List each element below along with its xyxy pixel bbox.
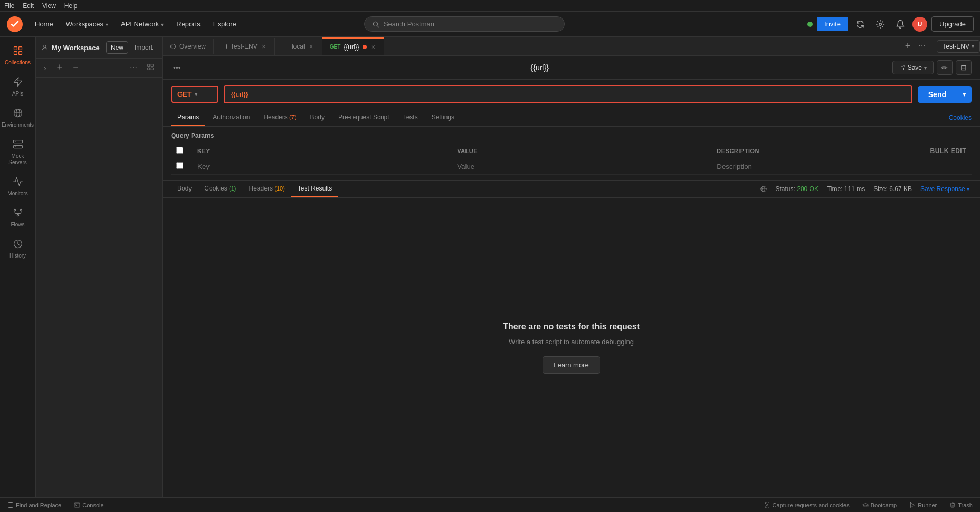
send-button[interactable]: Send xyxy=(918,86,957,103)
sidebar-item-apis[interactable]: APIs xyxy=(2,72,34,101)
req-tab-authorization[interactable]: Authorization xyxy=(206,109,256,126)
user-icon xyxy=(41,44,49,51)
sidebar-item-environments[interactable]: Environments xyxy=(2,103,34,132)
request-container: ••• {{url}} Save ▾ ✏ ⊟ GET ▾ xyxy=(163,56,980,497)
bell-icon[interactable] xyxy=(892,16,908,32)
split-view-btn[interactable]: ⊟ xyxy=(956,60,972,75)
size-label: Size: 6.67 KB xyxy=(873,185,912,193)
console-button[interactable]: Console xyxy=(72,501,106,509)
param-desc-input[interactable] xyxy=(717,163,966,170)
svg-rect-33 xyxy=(283,44,288,49)
collections-content xyxy=(36,78,162,497)
upgrade-button[interactable]: Upgrade xyxy=(931,16,974,32)
expand-sidebar-btn[interactable]: › xyxy=(41,62,49,74)
menu-file[interactable]: File xyxy=(4,2,14,10)
save-response-button[interactable]: Save Response ▾ xyxy=(920,185,969,193)
tab-local-close[interactable]: × xyxy=(308,42,315,51)
request-more-options[interactable]: ••• xyxy=(171,62,183,73)
send-dropdown-button[interactable]: ▾ xyxy=(957,86,972,103)
svg-rect-29 xyxy=(148,68,150,70)
nav-workspaces[interactable]: Workspaces xyxy=(61,17,113,31)
nav-right: Invite U Upgrade xyxy=(807,16,974,32)
svg-line-2 xyxy=(377,25,379,27)
mock-servers-label: Mock Servers xyxy=(4,153,32,166)
postman-logo-icon[interactable] xyxy=(6,16,23,33)
svg-rect-6 xyxy=(14,52,17,55)
trash-button[interactable]: Trash xyxy=(947,501,975,509)
req-tab-tests[interactable]: Tests xyxy=(397,109,424,126)
import-button[interactable]: Import xyxy=(130,41,157,54)
learn-more-button[interactable]: Learn more xyxy=(543,356,600,374)
save-icon xyxy=(899,64,906,71)
tab-local[interactable]: local × xyxy=(275,38,322,55)
req-tab-pre-request[interactable]: Pre-request Script xyxy=(332,109,396,126)
sync-icon[interactable] xyxy=(852,16,868,32)
collections-panel: My Workspace New Import › xyxy=(36,37,163,497)
view-toggle-btn[interactable] xyxy=(144,62,157,74)
no-tests-subtitle: Write a test script to automate debuggin… xyxy=(509,338,634,346)
invite-button[interactable]: Invite xyxy=(817,17,848,31)
nav-reports[interactable]: Reports xyxy=(171,17,206,31)
bulk-edit-button[interactable]: Bulk Edit xyxy=(930,147,967,155)
capture-button[interactable]: Capture requests and cookies xyxy=(762,501,852,509)
req-tab-body[interactable]: Body xyxy=(304,109,331,126)
req-tab-settings[interactable]: Settings xyxy=(425,109,461,126)
param-value-input[interactable] xyxy=(457,163,706,170)
param-checkbox[interactable] xyxy=(176,162,183,169)
nav-api-network[interactable]: API Network xyxy=(116,17,169,31)
url-input[interactable] xyxy=(224,85,912,103)
svg-point-18 xyxy=(44,45,46,48)
edit-request-btn[interactable]: ✏ xyxy=(937,60,953,75)
more-collections-btn[interactable] xyxy=(127,62,140,74)
save-response-chevron: ▾ xyxy=(967,186,969,192)
tab-test-env-close[interactable]: × xyxy=(261,42,267,51)
sidebar-item-collections[interactable]: Collections xyxy=(2,41,34,70)
menu-bar: File Edit View Help xyxy=(0,0,980,12)
menu-edit[interactable]: Edit xyxy=(23,2,34,10)
add-tab-button[interactable]: + xyxy=(902,40,914,53)
avatar[interactable]: U xyxy=(912,17,927,32)
sort-collections-btn[interactable] xyxy=(70,62,83,74)
response-tabs: Body Cookies (1) Headers (10) Test Resul… xyxy=(163,181,980,198)
tab-local-icon xyxy=(282,43,289,50)
resp-tab-test-results[interactable]: Test Results xyxy=(291,181,338,197)
find-replace-button[interactable]: Find and Replace xyxy=(5,501,63,509)
tab-overview[interactable]: Overview xyxy=(163,39,214,54)
method-select[interactable]: GET ▾ xyxy=(171,86,218,103)
param-key-input[interactable] xyxy=(197,163,446,170)
add-collection-btn[interactable] xyxy=(53,62,66,74)
svg-rect-27 xyxy=(148,64,150,67)
cookies-link[interactable]: Cookies xyxy=(949,114,972,121)
select-all-params[interactable] xyxy=(176,147,183,154)
bottom-bar-right: Capture requests and cookies Bootcamp Ru… xyxy=(762,501,975,509)
environment-selector[interactable]: Test-ENV xyxy=(937,40,980,53)
nav-home[interactable]: Home xyxy=(30,17,59,31)
menu-view[interactable]: View xyxy=(42,2,56,10)
sidebar-item-history[interactable]: History xyxy=(2,234,34,263)
svg-point-36 xyxy=(924,45,925,46)
tab-get-url[interactable]: GET {{url}} × xyxy=(322,37,384,55)
resp-tab-cookies[interactable]: Cookies (1) xyxy=(198,181,242,197)
resp-tab-body[interactable]: Body xyxy=(171,181,198,197)
req-tab-params[interactable]: Params xyxy=(171,109,205,126)
sidebar-item-flows[interactable]: Flows xyxy=(2,203,34,232)
menu-help[interactable]: Help xyxy=(64,2,78,10)
nav-bar: Home Workspaces API Network Reports Expl… xyxy=(0,12,980,37)
nav-explore[interactable]: Explore xyxy=(208,17,242,31)
panel-header: My Workspace New Import xyxy=(36,37,162,59)
settings-icon[interactable] xyxy=(872,16,888,32)
tab-test-env[interactable]: Test-ENV × xyxy=(214,38,275,55)
bootcamp-button[interactable]: Bootcamp xyxy=(860,501,899,509)
new-button[interactable]: New xyxy=(106,41,128,54)
search-bar[interactable]: Search Postman xyxy=(364,16,565,32)
tab-get-url-close[interactable]: × xyxy=(370,43,376,51)
sidebar-item-mock-servers[interactable]: Mock Servers xyxy=(2,135,34,170)
runner-button[interactable]: Runner xyxy=(907,501,939,509)
sidebar-item-monitors[interactable]: Monitors xyxy=(2,172,34,201)
apis-icon xyxy=(13,77,23,89)
status-label: Status: 200 OK xyxy=(776,185,819,193)
req-tab-headers[interactable]: Headers (7) xyxy=(257,109,302,126)
resp-tab-headers[interactable]: Headers (10) xyxy=(243,181,291,197)
more-tabs-btn[interactable] xyxy=(916,40,928,52)
save-button[interactable]: Save ▾ xyxy=(892,61,934,74)
